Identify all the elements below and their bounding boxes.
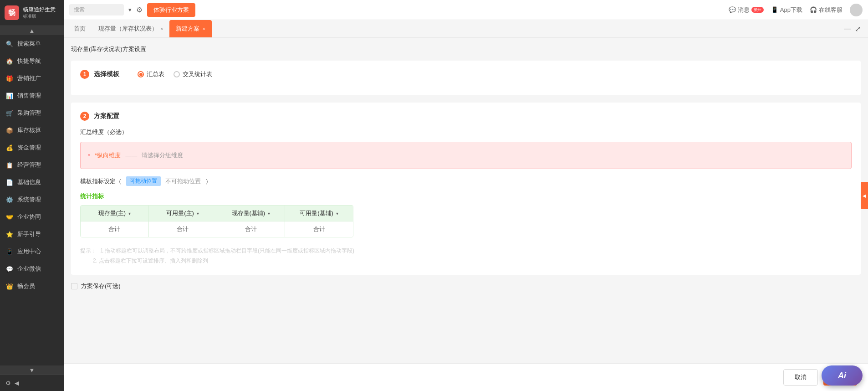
section2-number: 2 — [80, 112, 89, 121]
tab-inventory-close-icon[interactable]: × — [160, 26, 163, 31]
sidebar-item-operation[interactable]: 📋 经营管理 — [0, 156, 64, 174]
stats-header-current-main[interactable]: 现存量(主) ▾ — [81, 206, 149, 221]
message-item[interactable]: 💬 消息 99+ — [729, 6, 764, 14]
sidebar-item-purchase[interactable]: 🛒 采购管理 — [0, 104, 64, 122]
sidebar-item-enterprise-wechat[interactable]: 💬 企业微信 — [0, 260, 64, 278]
stats-cell-0-0: 合计 — [81, 221, 149, 237]
sidebar: 畅 畅康通好生意 标准版 ▲ 🔍 搜索菜单 🏠 快捷导航 🎁 营销推广 📊 销售… — [0, 0, 64, 391]
sidebar-item-newbie[interactable]: ⭐ 新手引导 — [0, 226, 64, 243]
dimension-vertical-label: *纵向维度 — [95, 151, 121, 159]
hint-title: 提示： — [80, 246, 97, 256]
home-icon: 🏠 — [5, 57, 14, 65]
radio-summary[interactable]: 汇总表 — [138, 70, 164, 78]
sidebar-item-marketing[interactable]: 🎁 营销推广 — [0, 70, 64, 87]
indicator-setting: 模板指标设定（ 可拖动位置 不可拖动位置 ） — [80, 176, 852, 186]
stats-cell-0-3: 合计 — [285, 221, 353, 237]
dropdown-icon[interactable]: ▾ — [128, 6, 132, 13]
sidebar-item-inventory[interactable]: 📦 库存核算 — [0, 122, 64, 139]
chevron-down-icon-1: ▾ — [197, 211, 199, 216]
section2-header: 2 方案配置 — [80, 112, 852, 121]
dimension-box[interactable]: * *纵向维度 —— 请选择分组维度 — [80, 142, 852, 169]
settings-icon[interactable]: ⚙ — [5, 380, 11, 386]
sidebar-item-quick-nav[interactable]: 🏠 快捷导航 — [0, 52, 64, 70]
minimize-icon[interactable]: — — [844, 25, 851, 33]
topbar-right: 💬 消息 99+ 📱 App下载 🎧 在线客服 — [729, 4, 863, 16]
save-option-label: 方案保存(可选) — [81, 282, 121, 290]
avatar[interactable] — [850, 4, 863, 16]
main-area: 搜索 ▾ ⚙ 体验行业方案 💬 消息 99+ 📱 App下载 🎧 在线客服 首页 — [64, 0, 868, 391]
sidebar-item-enterprise[interactable]: 🤝 企业协同 — [0, 208, 64, 226]
search-icon: 🔍 — [5, 40, 14, 48]
right-sidebar-handle[interactable]: ◀ — [861, 182, 868, 209]
wechat-icon: 💬 — [5, 265, 14, 273]
section1-header: 1 选择模板 汇总表 交叉统计表 — [80, 70, 852, 79]
ai-float-button[interactable]: Ai — [822, 365, 863, 386]
sidebar-item-member[interactable]: 👑 畅会员 — [0, 278, 64, 295]
section-config: 2 方案配置 汇总维度（必选） * *纵向维度 —— 请选择分组维度 模板指标设… — [71, 103, 861, 275]
save-option: 方案保存(可选) — [71, 282, 861, 290]
sidebar-item-app-center[interactable]: 📱 应用中心 — [0, 243, 64, 260]
action-bar: 取消 查询 — [64, 363, 868, 391]
tabs-bar: 首页 现存量（库存状况表） × 新建方案 × — ⤢ — [64, 20, 868, 38]
cart-icon: 🛒 — [5, 109, 14, 117]
tab-inventory-status[interactable]: 现存量（库存状况表） × — [92, 20, 169, 37]
indicator-suffix: ） — [205, 177, 211, 185]
page-content: 现存量(库存状况表)方案设置 1 选择模板 汇总表 交叉统计表 — [64, 38, 868, 391]
topbar: 搜索 ▾ ⚙ 体验行业方案 💬 消息 99+ 📱 App下载 🎧 在线客服 — [64, 0, 868, 20]
chevron-down-icon-0: ▾ — [128, 211, 131, 216]
radio-cross[interactable]: 交叉统计表 — [174, 70, 212, 78]
online-service-item[interactable]: 🎧 在线客服 — [810, 6, 842, 14]
stats-header-available-main[interactable]: 可用量(主) ▾ — [149, 206, 217, 221]
gift-icon: 🎁 — [5, 74, 14, 82]
dimension-row: * *纵向维度 —— 请选择分组维度 — [88, 151, 844, 159]
app-download-icon: 📱 — [771, 6, 778, 13]
sidebar-item-finance[interactable]: 💰 资金管理 — [0, 139, 64, 156]
sidebar-item-system[interactable]: ⚙️ 系统管理 — [0, 191, 64, 208]
tab-home[interactable]: 首页 — [67, 20, 92, 37]
section-template: 1 选择模板 汇总表 交叉统计表 — [71, 61, 861, 95]
page-title: 现存量(库存状况表)方案设置 — [71, 45, 861, 53]
stats-cell-0-2: 合计 — [217, 221, 286, 237]
topbar-settings-icon[interactable]: ⚙ — [136, 5, 143, 14]
trial-button[interactable]: 体验行业方案 — [147, 3, 195, 17]
sidebar-scroll-down[interactable]: ▼ — [0, 365, 64, 375]
app-download-item[interactable]: 📱 App下载 — [771, 6, 802, 14]
stats-table: 现存量(主) ▾ 可用量(主) ▾ 现存量(基辅) ▾ 可用量(基辅) ▾ — [80, 205, 353, 237]
save-checkbox[interactable] — [71, 283, 77, 289]
dimension-required-star: * — [88, 152, 90, 159]
collapse-icon[interactable]: ◀ — [15, 380, 19, 386]
template-options: 汇总表 交叉统计表 — [138, 70, 212, 78]
stats-cell-0-1: 合计 — [149, 221, 217, 237]
sidebar-item-search[interactable]: 🔍 搜索菜单 — [0, 35, 64, 52]
stats-header-available-base[interactable]: 可用量(基辅) ▾ — [285, 206, 353, 221]
box-icon: 📦 — [5, 126, 14, 134]
stats-header-current-base[interactable]: 现存量(基辅) ▾ — [217, 206, 286, 221]
sidebar-logo: 畅 畅康通好生意 标准版 — [0, 0, 64, 26]
summary-dimension-label: 汇总维度（必选） — [80, 128, 852, 136]
chart-icon: 📊 — [5, 92, 14, 100]
search-box[interactable]: 搜索 — [69, 4, 124, 15]
cancel-button[interactable]: 取消 — [783, 369, 818, 386]
star-icon: ⭐ — [5, 230, 14, 238]
chevron-down-icon-3: ▾ — [336, 211, 338, 216]
hint-item-1: 2. 点击标题栏下拉可设置排序、插入列和删除列 — [80, 256, 852, 266]
clipboard-icon: 📋 — [5, 161, 14, 169]
headset-icon: 🎧 — [810, 6, 817, 13]
sidebar-item-basic[interactable]: 📄 基础信息 — [0, 174, 64, 191]
sidebar-item-sales[interactable]: 📊 销售管理 — [0, 87, 64, 104]
doc-icon: 📄 — [5, 178, 14, 186]
stats-header-row: 现存量(主) ▾ 可用量(主) ▾ 现存量(基辅) ▾ 可用量(基辅) ▾ — [81, 206, 353, 221]
expand-icon[interactable]: ⤢ — [855, 25, 861, 33]
tab-new-solution-close-icon[interactable]: × — [202, 26, 205, 31]
draggable-badge: 可拖动位置 — [126, 176, 161, 186]
logo-text: 畅康通好生意 标准版 — [23, 6, 56, 20]
sidebar-scroll-up[interactable]: ▲ — [0, 26, 64, 35]
mobile-icon: 📱 — [5, 247, 14, 256]
dimension-placeholder: 请选择分组维度 — [142, 151, 183, 159]
crown-icon: 👑 — [5, 282, 14, 290]
message-icon: 💬 — [729, 6, 736, 13]
radio-cross-circle — [174, 71, 180, 77]
gear-icon: ⚙️ — [5, 196, 14, 204]
tab-new-solution[interactable]: 新建方案 × — [169, 20, 211, 37]
handshake-icon: 🤝 — [5, 213, 14, 221]
